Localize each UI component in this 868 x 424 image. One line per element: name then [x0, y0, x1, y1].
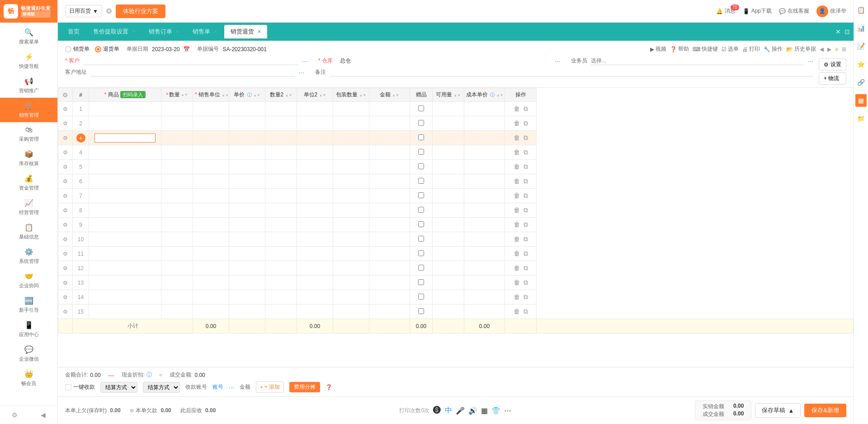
sidebar-item-inventory[interactable]: 📦 库存核算	[0, 146, 57, 171]
row-11-unit2[interactable]	[297, 247, 333, 261]
qty-sort[interactable]: * 数量 ▲▼	[166, 91, 188, 99]
tab-price-setting[interactable]: 售价提取设置 ×	[87, 25, 142, 38]
tab-home[interactable]: 首页	[61, 25, 86, 38]
row-15-qty2[interactable]	[265, 305, 297, 319]
copy-row-icon[interactable]: ⧉	[524, 177, 528, 185]
copy-row-icon[interactable]: ⧉	[524, 134, 528, 142]
price-info-icon[interactable]: ⓘ	[247, 92, 252, 97]
row-12-unit2[interactable]	[297, 261, 333, 276]
row-15-price[interactable]	[229, 305, 265, 319]
row-14-unit2[interactable]	[297, 290, 333, 305]
row-2-gear[interactable]: ⚙	[58, 116, 73, 131]
row-4-price[interactable]	[229, 145, 265, 160]
row-1-qty[interactable]	[161, 102, 193, 116]
sidebar-item-search[interactable]: 🔍 搜索菜单	[0, 24, 57, 49]
sidebar-item-finance[interactable]: 💰 资金管理	[0, 171, 57, 195]
row-4-pack[interactable]	[333, 145, 369, 160]
row-2-amount[interactable]	[369, 116, 410, 131]
row-14-amount[interactable]	[369, 290, 410, 305]
row-1-gift[interactable]	[410, 102, 433, 116]
calc-method-select[interactable]: 结算方式	[143, 382, 180, 393]
date-picker-icon[interactable]: 📅	[183, 46, 190, 52]
tab-return[interactable]: 销货退货 ×	[224, 25, 267, 38]
row-2-price[interactable]	[229, 116, 265, 131]
row-1-qty2[interactable]	[265, 102, 297, 116]
row-9-qty2[interactable]	[265, 218, 297, 232]
select-btn[interactable]: ☑ 选单	[722, 45, 739, 53]
table-view-icon[interactable]: ≡	[835, 46, 838, 52]
row-7-gift[interactable]	[410, 189, 433, 203]
row-9-qty[interactable]	[161, 218, 193, 232]
salesperson-select-btn[interactable]: ···	[808, 57, 813, 65]
sidebar-collapse-btn[interactable]: ◀	[39, 410, 47, 420]
delete-row-icon[interactable]: 🗑	[514, 308, 520, 315]
account-dots-btn[interactable]: ···	[229, 384, 234, 391]
row-8-price[interactable]	[229, 203, 265, 218]
row-1-pack[interactable]	[333, 102, 369, 116]
mic-icon[interactable]: 🎤	[456, 406, 465, 415]
row-2-pack[interactable]	[333, 116, 369, 131]
row-11-gift[interactable]	[410, 247, 433, 261]
fee-help-icon[interactable]: ❓	[326, 384, 332, 391]
row-11-pack[interactable]	[333, 247, 369, 261]
sidebar-item-sales[interactable]: 🛒 销售管理	[0, 98, 57, 122]
row-3-pack[interactable]	[333, 131, 369, 145]
row-13-gear[interactable]: ⚙	[58, 276, 73, 290]
address-select-btn[interactable]: ···	[299, 69, 304, 76]
delete-row-icon[interactable]: 🗑	[514, 206, 520, 214]
row-14-gift[interactable]	[410, 290, 433, 305]
row-3-unit[interactable]	[193, 131, 229, 145]
customer-input[interactable]	[83, 57, 298, 65]
row-8-pack[interactable]	[333, 203, 369, 218]
copy-row-icon[interactable]: ⧉	[524, 192, 528, 200]
product-input[interactable]	[94, 133, 156, 143]
tab-sales-close[interactable]: ×	[214, 29, 217, 35]
row-10-amount[interactable]	[369, 232, 410, 247]
row-12-amount[interactable]	[369, 261, 410, 276]
gift-checkbox[interactable]	[418, 221, 424, 227]
row-14-qty[interactable]	[161, 290, 193, 305]
row-1-unit2[interactable]	[297, 102, 333, 116]
row-15-pack[interactable]	[333, 305, 369, 319]
row-6-qty[interactable]	[161, 174, 193, 189]
sidebar-item-system[interactable]: ⚙️ 系统管理	[0, 244, 57, 268]
row-4-gear[interactable]: ⚙	[58, 145, 73, 160]
customer-select-btn[interactable]: ···	[302, 57, 307, 65]
sidebar-item-quicknav[interactable]: ⚡ 快捷导航	[0, 49, 57, 73]
radio-return-item[interactable]: 退货单	[95, 45, 119, 53]
copy-row-icon[interactable]: ⧉	[524, 163, 528, 171]
row-gear-icon[interactable]: ⚙	[63, 251, 68, 257]
row-15-amount[interactable]	[369, 305, 410, 319]
row-12-unit[interactable]	[193, 261, 229, 276]
one-click-checkbox[interactable]: 一键收款	[65, 383, 95, 391]
speak-icon[interactable]: 🔊	[468, 406, 477, 415]
logistics-btn[interactable]: + 物流	[819, 72, 846, 85]
gift-checkbox[interactable]	[418, 250, 424, 256]
row-13-qty2[interactable]	[265, 276, 297, 290]
add-payment-btn[interactable]: + + 添加	[256, 381, 284, 393]
row-4-product[interactable]	[89, 145, 161, 160]
rp-link-icon[interactable]: 🔗	[854, 76, 868, 89]
help-btn[interactable]: ❓ 帮助	[670, 45, 689, 53]
video-btn[interactable]: ▶ 视频	[650, 45, 666, 53]
row-5-amount[interactable]	[369, 160, 410, 174]
row-5-price[interactable]	[229, 160, 265, 174]
delete-row-icon[interactable]: 🗑	[514, 163, 520, 171]
row-5-gear[interactable]: ⚙	[58, 160, 73, 174]
row-1-product[interactable]	[89, 102, 161, 116]
cost-info-icon[interactable]: ⓘ	[490, 92, 495, 97]
row-4-qty[interactable]	[161, 145, 193, 160]
delete-row-icon[interactable]: 🗑	[514, 250, 520, 257]
row-2-product[interactable]	[89, 116, 161, 131]
row-gear-icon[interactable]: ⚙	[63, 164, 68, 170]
row-9-pack[interactable]	[333, 218, 369, 232]
rp-folder-icon[interactable]: 📁	[854, 112, 868, 125]
row-1-gear[interactable]: ⚙	[58, 102, 73, 116]
industry-select[interactable]: 日用百货 ▼	[65, 5, 102, 17]
row-4-unit2[interactable]	[297, 145, 333, 160]
delete-row-icon[interactable]: 🗑	[514, 105, 520, 113]
row-2-unit2[interactable]	[297, 116, 333, 131]
gift-checkbox[interactable]	[418, 265, 424, 271]
delete-row-icon[interactable]: 🗑	[514, 119, 520, 127]
row-2-gift[interactable]	[410, 116, 433, 131]
